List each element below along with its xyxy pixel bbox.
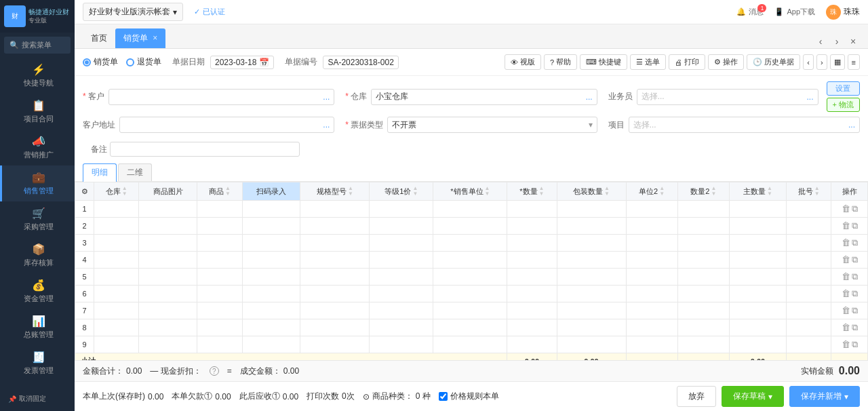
project-input[interactable]: 选择... ... <box>629 117 860 133</box>
cell-spec[interactable] <box>300 302 370 319</box>
cell-pack-qty[interactable] <box>557 218 626 235</box>
cell-qty2[interactable] <box>677 252 729 269</box>
cell-warehouse[interactable] <box>94 336 139 353</box>
cell-sales-unit[interactable] <box>433 302 507 319</box>
cell-pack-qty[interactable] <box>557 336 626 353</box>
grid-view-button[interactable]: ▦ <box>830 54 845 70</box>
cell-product-img[interactable] <box>139 302 197 319</box>
radio-return[interactable]: 退货单 <box>126 56 161 68</box>
cell-pack-qty[interactable] <box>557 286 626 302</box>
delete-row-icon[interactable]: 🗑 <box>842 339 850 350</box>
cell-batch[interactable] <box>787 286 831 302</box>
cell-batch[interactable] <box>787 235 831 252</box>
cell-grade-price[interactable] <box>370 235 433 252</box>
set-button[interactable]: 设置 <box>827 81 860 96</box>
copy-row-icon[interactable]: ⧉ <box>852 220 858 231</box>
history-button[interactable]: 🕒 历史单据 <box>747 54 800 70</box>
cancel-fixed-button[interactable]: 📌 取消固定 <box>4 391 71 407</box>
sidebar-item-invoice[interactable]: 🧾 发票管理 <box>0 345 75 381</box>
cell-quantity[interactable] <box>507 269 557 286</box>
cell-product-img[interactable] <box>139 319 197 336</box>
cell-spec[interactable] <box>300 252 370 269</box>
save-new-button[interactable]: 保存并新增 ▾ <box>789 386 860 407</box>
copy-row-icon[interactable]: ⧉ <box>852 203 858 214</box>
cell-product-img[interactable] <box>139 235 197 252</box>
cell-product-img[interactable] <box>139 201 197 218</box>
cell-sales-unit[interactable] <box>433 336 507 353</box>
price-standard-checkbox[interactable]: 价格规则本单 <box>439 391 499 402</box>
help-button[interactable]: ? 帮助 <box>544 54 577 70</box>
cell-main-qty[interactable] <box>729 319 786 336</box>
cell-quantity[interactable] <box>507 336 557 353</box>
cell-qty2[interactable] <box>677 286 729 302</box>
cell-product[interactable] <box>197 218 242 235</box>
cell-pack-qty[interactable] <box>557 201 626 218</box>
warehouse-more-icon[interactable]: ... <box>586 92 593 102</box>
cell-qty2[interactable] <box>677 319 729 336</box>
cell-batch-import[interactable] <box>242 336 300 353</box>
cell-product-img[interactable] <box>139 252 197 269</box>
cell-main-qty[interactable] <box>729 302 786 319</box>
cell-main-qty[interactable] <box>729 218 786 235</box>
shortcut-button[interactable]: ⌨ 快捷键 <box>580 54 627 70</box>
cell-batch-import[interactable] <box>242 252 300 269</box>
cell-spec[interactable] <box>300 201 370 218</box>
tab-close-icon[interactable]: × <box>153 33 157 43</box>
help-item[interactable]: ? <box>210 366 219 376</box>
sidebar-item-sales[interactable]: 💼 销售管理 <box>0 165 75 201</box>
cell-batch-import[interactable] <box>242 319 300 336</box>
cell-product[interactable] <box>197 336 242 353</box>
cell-pack-qty[interactable] <box>557 269 626 286</box>
cell-batch[interactable] <box>787 336 831 353</box>
cell-product[interactable] <box>197 252 242 269</box>
customer-input[interactable]: ... <box>108 89 334 105</box>
cell-qty2[interactable] <box>677 302 729 319</box>
cell-qty2[interactable] <box>677 336 729 353</box>
cell-sales-unit[interactable] <box>433 286 507 302</box>
copy-row-icon[interactable]: ⧉ <box>852 271 858 282</box>
cell-warehouse[interactable] <box>94 286 139 302</box>
date-value[interactable]: 2023-03-18 📅 <box>210 56 274 69</box>
app-download-button[interactable]: 📱 App下载 <box>774 7 815 17</box>
cell-qty2[interactable] <box>677 269 729 286</box>
radio-sales[interactable]: 销货单 <box>83 56 118 68</box>
cell-batch-import[interactable] <box>242 218 300 235</box>
copy-row-icon[interactable]: ⧉ <box>852 237 858 248</box>
cell-quantity[interactable] <box>507 201 557 218</box>
delete-row-icon[interactable]: 🗑 <box>842 288 850 299</box>
cell-batch[interactable] <box>787 218 831 235</box>
cell-unit2[interactable] <box>626 302 677 319</box>
cell-sales-unit[interactable] <box>433 201 507 218</box>
tab-mingxi[interactable]: 明细 <box>83 163 117 182</box>
cell-main-qty[interactable] <box>729 201 786 218</box>
search-menu-button[interactable]: 🔍 搜索菜单 <box>4 37 71 54</box>
cell-batch[interactable] <box>787 269 831 286</box>
cell-spec[interactable] <box>300 286 370 302</box>
cell-qty2[interactable] <box>677 218 729 235</box>
salesperson-input[interactable]: 选择... ... <box>637 89 818 105</box>
price-standard-check[interactable] <box>439 392 448 401</box>
cell-quantity[interactable] <box>507 252 557 269</box>
select-button[interactable]: ☰ 选单 <box>630 54 666 70</box>
cell-unit2[interactable] <box>626 336 677 353</box>
cell-warehouse[interactable] <box>94 235 139 252</box>
operate-button[interactable]: ⚙ 操作 <box>708 54 744 70</box>
cell-unit2[interactable] <box>626 218 677 235</box>
cell-product[interactable] <box>197 302 242 319</box>
cell-main-qty[interactable] <box>729 269 786 286</box>
cell-batch-import[interactable] <box>242 201 300 218</box>
cell-unit2[interactable] <box>626 201 677 218</box>
cell-unit2[interactable] <box>626 286 677 302</box>
cell-main-qty[interactable] <box>729 336 786 353</box>
delete-row-icon[interactable]: 🗑 <box>842 305 850 316</box>
cell-warehouse[interactable] <box>94 319 139 336</box>
sidebar-item-inventory[interactable]: 📦 库存核算 <box>0 237 75 273</box>
cell-warehouse[interactable] <box>94 302 139 319</box>
tab-erwei[interactable]: 二维 <box>118 163 152 181</box>
cell-grade-price[interactable] <box>370 201 433 218</box>
user-menu[interactable]: 珠 珠珠 <box>826 5 860 20</box>
cell-product[interactable] <box>197 235 242 252</box>
cell-quantity[interactable] <box>507 286 557 302</box>
cell-spec[interactable] <box>300 235 370 252</box>
delete-row-icon[interactable]: 🗑 <box>842 254 850 265</box>
